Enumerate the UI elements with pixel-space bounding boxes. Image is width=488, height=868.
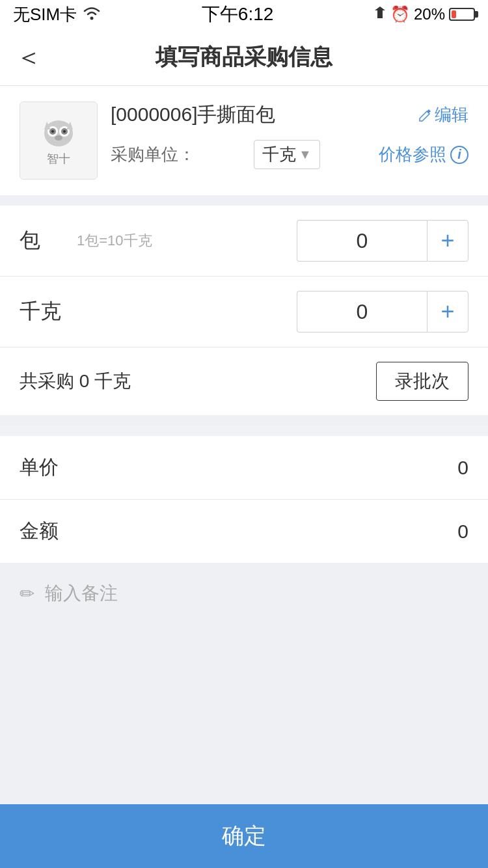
bao-input[interactable] — [297, 220, 427, 262]
edit-button[interactable]: 编辑 — [418, 103, 468, 126]
product-info: [0000006]手撕面包 编辑 采购单位： 千克 ▼ 价格参照 i — [111, 102, 468, 169]
confirm-button[interactable]: 确定 — [0, 804, 488, 868]
product-name: [0000006]手撕面包 — [111, 102, 275, 128]
dropdown-arrow-icon: ▼ — [299, 147, 312, 162]
bao-sub-label: 1包=10千克 — [77, 231, 297, 251]
remark-placeholder: 输入备注 — [45, 581, 118, 606]
amount-label: 金额 — [20, 518, 59, 545]
remark-pencil-icon: ✏ — [20, 583, 34, 604]
bao-input-wrap: + — [297, 220, 468, 262]
alarm-icon: ⏰ — [390, 5, 410, 23]
kg-input[interactable] — [297, 291, 427, 332]
divider-1 — [0, 195, 488, 206]
bao-label: 包 — [20, 226, 72, 255]
product-card: 智十 [0000006]手撕面包 编辑 采购单位： 千克 ▼ — [0, 86, 488, 195]
total-text: 共采购 0 千克 — [20, 369, 131, 394]
unit-select[interactable]: 千克 ▼ — [254, 140, 320, 169]
status-time: 下午6:12 — [202, 2, 274, 27]
svg-point-6 — [51, 130, 54, 133]
unit-price-row: 单价 0 — [0, 436, 488, 500]
logo-text: 智十 — [47, 151, 70, 167]
unit-price-value: 0 — [457, 457, 468, 479]
product-logo: 智十 — [39, 115, 78, 167]
confirm-label: 确定 — [222, 821, 266, 851]
wifi-icon — [82, 5, 102, 25]
unit-row: 采购单位： 千克 ▼ 价格参照 i — [111, 140, 468, 169]
svg-point-7 — [63, 130, 66, 133]
remark-section[interactable]: ✏ 输入备注 — [0, 563, 488, 624]
amount-value: 0 — [457, 521, 468, 543]
status-left: 无SIM卡 — [13, 3, 102, 26]
bao-input-row: 包 1包=10千克 + — [0, 206, 488, 277]
bao-plus-button[interactable]: + — [427, 220, 468, 262]
edit-icon — [418, 108, 432, 122]
unit-label: 采购单位： — [111, 143, 195, 166]
signal-text: 无SIM卡 — [13, 3, 77, 26]
back-icon: ＜ — [16, 39, 42, 75]
page-title: 填写商品采购信息 — [156, 42, 332, 72]
svg-point-8 — [55, 135, 62, 141]
back-button[interactable]: ＜ — [16, 39, 42, 75]
product-image: 智十 — [20, 102, 98, 180]
battery-percent: 20% — [414, 5, 445, 23]
price-section: 单价 0 金额 0 — [0, 436, 488, 563]
record-batch-button[interactable]: 录批次 — [376, 362, 468, 401]
battery-icon — [449, 8, 475, 21]
amount-row: 金额 0 — [0, 500, 488, 563]
total-row: 共采购 0 千克 录批次 — [0, 347, 488, 415]
kg-input-row: 千克 + — [0, 277, 488, 347]
price-ref-label: 价格参照 — [379, 143, 446, 166]
status-right: ⏰ 20% — [373, 5, 475, 23]
kg-plus-button[interactable]: + — [427, 291, 468, 332]
input-section: 包 1包=10千克 + 千克 + — [0, 206, 488, 347]
kg-label: 千克 — [20, 297, 72, 326]
unit-price-label: 单价 — [20, 454, 59, 481]
kg-input-wrap: + — [297, 291, 468, 332]
location-icon — [373, 5, 386, 23]
product-name-row: [0000006]手撕面包 编辑 — [111, 102, 468, 128]
svg-point-0 — [90, 16, 94, 20]
info-icon: i — [450, 146, 468, 164]
status-bar: 无SIM卡 下午6:12 ⏰ 20% — [0, 0, 488, 29]
divider-2 — [0, 415, 488, 426]
nav-bar: ＜ 填写商品采购信息 — [0, 29, 488, 86]
unit-value: 千克 — [262, 143, 296, 166]
price-ref-button[interactable]: 价格参照 i — [379, 143, 468, 166]
